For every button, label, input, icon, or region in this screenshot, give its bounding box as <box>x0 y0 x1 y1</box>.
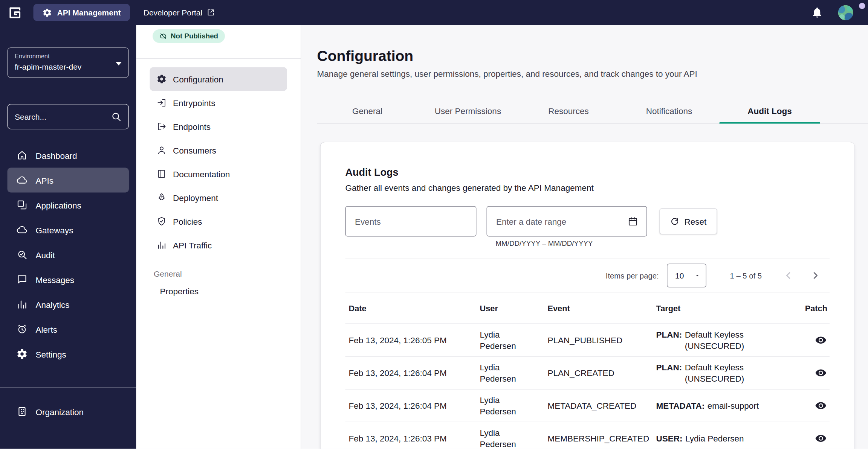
topbar-right <box>811 5 854 20</box>
collapse-menu-button[interactable]: Collapse menu <box>8 443 129 449</box>
status-dot <box>859 3 865 9</box>
cloud-off-icon <box>159 32 167 40</box>
target-type: METADATA: <box>656 400 705 411</box>
target-value: Lydia Pedersen <box>685 433 744 444</box>
building-icon <box>17 406 28 417</box>
api-menu-deployment[interactable]: Deployment <box>150 186 287 210</box>
target-cell: METADATA: email-support <box>653 400 796 411</box>
messages-icon <box>17 274 28 285</box>
user-cell: Lydia Pedersen <box>477 394 530 417</box>
sidebar-item-messages[interactable]: Messages <box>8 267 129 292</box>
notifications-button[interactable] <box>811 6 824 19</box>
patch-cell <box>796 399 830 412</box>
arrow-in-icon <box>157 98 167 108</box>
view-patch-button[interactable] <box>814 333 827 347</box>
api-menu-label: API Traffic <box>173 240 212 250</box>
date-range-input[interactable] <box>496 216 623 226</box>
api-menu-policies[interactable]: Policies <box>150 210 287 233</box>
sidebar-item-label: Messages <box>36 275 75 285</box>
target-type: PLAN: <box>656 362 682 373</box>
rocket-icon <box>157 193 167 203</box>
api-management-label: API Management <box>57 8 121 17</box>
home-icon <box>17 150 28 161</box>
developer-portal-link[interactable]: Developer Portal <box>144 8 215 17</box>
tab-audit-logs[interactable]: Audit Logs <box>720 98 820 123</box>
environment-selector[interactable]: Environment fr-apim-master-dev <box>8 47 129 78</box>
reset-button[interactable]: Reset <box>660 209 717 234</box>
api-menu-api-traffic[interactable]: API Traffic <box>150 233 287 257</box>
audit-logs-card: Audit Logs Gather all events and changes… <box>321 142 855 449</box>
items-per-page-select[interactable]: 10 <box>667 264 706 288</box>
events-select[interactable]: Events <box>345 206 477 237</box>
status-badge-label: Not Published <box>171 32 218 40</box>
api-menu-configuration[interactable]: Configuration <box>150 67 287 91</box>
user-cell: Lydia Pedersen <box>477 362 530 384</box>
paginator: Items per page: 10 1 – 5 of 5 <box>345 259 830 292</box>
sidebar-item-gateways[interactable]: Gateways <box>8 218 129 242</box>
sidebar-item-label: APIs <box>36 175 54 185</box>
api-menu-consumers[interactable]: Consumers <box>150 139 287 162</box>
sidebar-item-settings[interactable]: Settings <box>8 342 129 367</box>
previous-page-button[interactable] <box>781 268 796 283</box>
next-page-button[interactable] <box>808 268 823 283</box>
date-cell: Feb 13, 2024, 1:26:04 PM <box>345 401 477 411</box>
gateway-icon <box>17 224 28 236</box>
event-cell: PLAN_CREATED <box>544 368 653 378</box>
search-box <box>8 104 129 129</box>
sidebar-item-label: Dashboard <box>36 151 77 160</box>
arrow-out-icon <box>157 122 167 132</box>
environment-label: Environment <box>15 53 122 59</box>
sidebar-item-alerts[interactable]: Alerts <box>8 317 129 342</box>
environment-value: fr-apim-master-dev <box>15 62 122 71</box>
view-patch-button[interactable] <box>814 399 827 412</box>
sidebar-item-organization[interactable]: Organization <box>8 399 129 424</box>
audit-logs-subtitle: Gather all events and changes generated … <box>345 183 830 194</box>
user-cell: Lydia Pedersen <box>477 329 530 352</box>
view-patch-button[interactable] <box>814 366 827 380</box>
api-management-button[interactable]: API Management <box>34 4 130 21</box>
audit-icon <box>17 249 28 260</box>
tab-user-permissions[interactable]: User Permissions <box>418 98 518 123</box>
sidebar-item-analytics[interactable]: Analytics <box>8 292 129 317</box>
sidebar-nav: Dashboard APIs Applications Gateways Aud… <box>8 143 129 367</box>
gear-icon <box>17 349 28 360</box>
events-select-label: Events <box>355 216 381 226</box>
sidebar-item-audit[interactable]: Audit <box>8 242 129 267</box>
chevron-right-icon <box>809 269 822 282</box>
view-patch-button[interactable] <box>814 432 827 445</box>
column-header-date: Date <box>345 303 477 312</box>
target-value: Default Keyless (UNSECURED) <box>685 362 775 384</box>
api-menu-documentation[interactable]: Documentation <box>150 162 287 186</box>
avatar-image <box>838 5 854 20</box>
sidebar-item-dashboard[interactable]: Dashboard <box>8 143 129 168</box>
search-input[interactable] <box>15 112 106 121</box>
status-badge: Not Published <box>153 29 225 43</box>
sidebar-item-applications[interactable]: Applications <box>8 193 129 218</box>
page-range-label: 1 – 5 of 5 <box>730 271 762 280</box>
gear-icon <box>43 8 52 17</box>
column-header-event: Event <box>544 303 653 312</box>
gravitee-logo[interactable] <box>8 5 22 20</box>
date-cell: Feb 13, 2024, 1:26:04 PM <box>345 368 477 378</box>
api-menu-properties[interactable]: Properties <box>150 280 287 302</box>
tab-resources[interactable]: Resources <box>518 98 619 123</box>
api-menu-endpoints[interactable]: Endpoints <box>150 115 287 139</box>
calendar-icon[interactable] <box>627 216 639 227</box>
chevron-down-icon <box>116 62 122 65</box>
target-type: PLAN: <box>656 329 682 340</box>
sidebar-item-label: Audit <box>36 250 55 260</box>
tab-notifications[interactable]: Notifications <box>619 98 720 123</box>
target-value: email-support <box>708 400 759 411</box>
topbar: API Management Developer Portal <box>0 0 868 25</box>
api-menu-label: Endpoints <box>173 122 211 131</box>
date-cell: Feb 13, 2024, 1:26:05 PM <box>345 335 477 345</box>
tab-general[interactable]: General <box>317 98 418 123</box>
sidebar-item-label: Settings <box>36 349 66 359</box>
user-avatar[interactable] <box>838 5 854 20</box>
sidebar-item-apis[interactable]: APIs <box>8 168 129 193</box>
event-cell: METADATA_CREATED <box>544 401 653 411</box>
page-title: Configuration <box>317 47 868 64</box>
api-menu-entrypoints[interactable]: Entrypoints <box>150 91 287 115</box>
main-content: Configuration Manage general settings, u… <box>301 25 868 449</box>
chevron-down-icon <box>694 272 701 279</box>
